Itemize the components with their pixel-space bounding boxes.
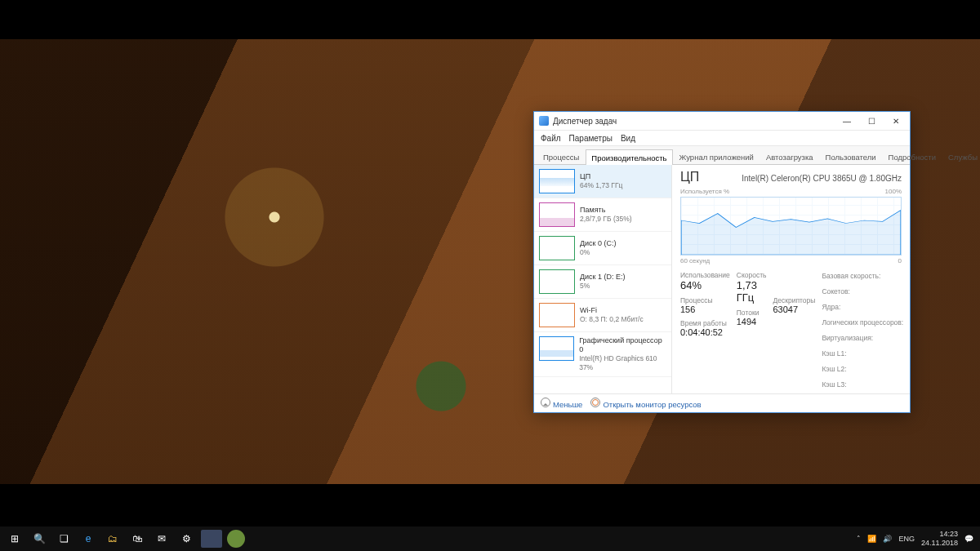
performance-sidebar: ЦП64% 1,73 ГГц Память2,8/7,9 ГБ (35%) Ди… [534,165,672,393]
tab-services[interactable]: Службы [942,149,980,164]
stat-threads: 1494 [737,317,767,327]
mini-chart-cpu [539,169,575,193]
stat-speed: 1,73 ГГц [737,279,767,304]
mail-icon[interactable]: ✉ [152,529,172,549]
cpu-sockets: Сокетов: [822,287,903,297]
mini-chart-disk1 [539,269,575,294]
cpu-cores: Ядра: [822,302,903,313]
maximize-button[interactable]: ☐ [859,113,884,129]
notification-icon[interactable]: 💬 [964,535,973,543]
minimize-button[interactable]: ― [835,113,859,129]
main-heading: ЦП [680,170,699,184]
tab-processes[interactable]: Процессы [537,149,585,164]
cpu-l2: Кэш L2: [822,364,903,375]
sidebar-item-gpu[interactable]: Графический процессор 0Intel(R) HD Graph… [534,332,671,377]
tab-startup[interactable]: Автозагрузка [760,149,819,164]
menu-view[interactable]: Вид [621,134,635,143]
sidebar-item-disk1[interactable]: Диск 1 (D: E:)5% [534,265,671,299]
tab-users[interactable]: Пользователи [820,149,882,164]
menubar: Файл Параметры Вид [534,131,910,146]
sidebar-item-disk0[interactable]: Диск 0 (C:)0% [534,232,671,265]
store-icon[interactable]: 🛍 [127,529,147,549]
start-button[interactable]: ⊞ [5,529,24,549]
mini-chart-memory [539,202,575,227]
chart-ylabel: Используется % [680,188,729,195]
window-title: Диспетчер задач [553,117,835,126]
tabs: Процессы Производительность Журнал прило… [534,146,910,165]
cpu-usage-chart[interactable] [680,197,902,256]
titlebar[interactable]: Диспетчер задач ― ☐ ✕ [534,112,910,131]
cpu-virtualization: Виртуализация: [822,333,903,344]
fewer-details-link[interactable]: Меньше [541,398,582,409]
cpu-base-speed: Базовая скорость: [822,271,903,282]
cpu-logical: Логических процессоров: [822,318,903,328]
mini-chart-disk0 [539,236,575,260]
desktop: Диспетчер задач ― ☐ ✕ Файл Параметры Вид… [0,0,980,551]
taskmgr-footer: Меньше Открыть монитор ресурсов [534,393,910,412]
stat-uptime: 0:04:40:52 [680,327,730,337]
tab-app-history[interactable]: Журнал приложений [674,149,760,164]
performance-main: ЦП Intel(R) Celeron(R) CPU 3865U @ 1.80G… [672,165,910,393]
chart-xend: 0 [898,257,902,264]
tray-network-icon[interactable]: 📶 [867,535,876,543]
tray-up-icon[interactable]: ˄ [857,535,861,543]
edge-icon[interactable]: e [78,529,98,549]
cpu-model: Intel(R) Celeron(R) CPU 3865U @ 1.80GHz [742,174,902,183]
taskbar[interactable]: ⊞ 🔍 ❏ e 🗂 🛍 ✉ ⚙ ˄ 📶 🔊 ENG 14:23 24.11.20… [0,527,980,551]
open-resmon-link[interactable]: Открыть монитор ресурсов [590,398,701,409]
cpu-l3: Кэш L3: [822,380,903,390]
settings-icon[interactable]: ⚙ [176,529,196,549]
task-view-icon[interactable]: ❏ [54,529,74,549]
sidebar-item-wifi[interactable]: Wi-FiО: 8,3 П: 0,2 Мбит/с [534,299,671,332]
stat-utilization: 64% [680,279,730,291]
close-button[interactable]: ✕ [884,113,908,129]
sidebar-item-cpu[interactable]: ЦП64% 1,73 ГГц [534,165,671,198]
menu-options[interactable]: Параметры [569,134,612,143]
chart-ymax: 100% [885,188,902,195]
stat-processes: 156 [680,304,730,314]
tray-lang[interactable]: ENG [898,535,915,543]
chart-xlabel: 60 секунд [680,257,710,264]
stat-handles: 63047 [773,304,815,314]
search-icon[interactable]: 🔍 [29,529,49,549]
taskmgr-icon [539,116,549,126]
tray-volume-icon[interactable]: 🔊 [883,535,892,543]
app-icon-1[interactable] [201,530,222,548]
tab-details[interactable]: Подробности [883,149,942,164]
sidebar-item-memory[interactable]: Память2,8/7,9 ГБ (35%) [534,198,671,232]
tray-clock[interactable]: 14:23 24.11.2018 [921,530,958,548]
cpu-chart-line [681,198,901,255]
cpu-l1: Кэш L1: [822,349,903,359]
app-icon-2[interactable] [227,530,245,548]
task-manager-window[interactable]: Диспетчер задач ― ☐ ✕ Файл Параметры Вид… [533,111,911,413]
explorer-icon[interactable]: 🗂 [103,529,122,549]
mini-chart-gpu [539,336,574,361]
mini-chart-wifi [539,303,575,327]
menu-file[interactable]: Файл [541,134,561,143]
tab-performance[interactable]: Производительность [586,149,672,165]
